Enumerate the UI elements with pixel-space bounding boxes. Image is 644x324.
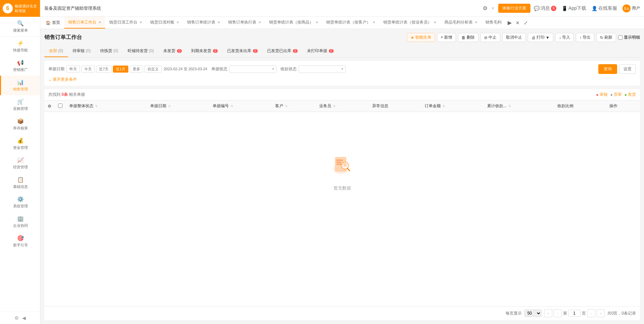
col-number[interactable]: 单据编号 ⇅ bbox=[209, 100, 272, 112]
review-action[interactable]: ● 审核 bbox=[596, 92, 607, 97]
sidebar-item-guide[interactable]: 🎯 新手引导 bbox=[0, 232, 40, 251]
collapse-icon[interactable]: ◀ bbox=[22, 315, 26, 321]
header-actions: 💬 消息 6 📱 App下载 👤 在线客服 Ea 用户 bbox=[534, 4, 640, 12]
refresh-button[interactable]: ↻ 刷新 bbox=[596, 33, 616, 42]
query-button[interactable]: 查询 bbox=[598, 64, 617, 74]
tab-nav-forward[interactable]: ▶ bbox=[506, 19, 514, 26]
user-area[interactable]: Ea 用户 bbox=[622, 4, 640, 12]
table-scroll[interactable]: ⚙ 单据整体状态 ⇅ 单据日期 ⇅ bbox=[44, 100, 640, 306]
sub-tab-overdue[interactable]: 到期未发货 0 bbox=[186, 45, 222, 57]
tab-cash-reconcile[interactable]: 钱货日清对账 ✕ bbox=[146, 17, 183, 29]
tab-close-sales-exec[interactable]: ✕ bbox=[258, 21, 261, 24]
status-select[interactable] bbox=[229, 66, 276, 73]
tab-sales-product[interactable]: 销货单统计表（按商品） ✕ bbox=[265, 17, 322, 29]
ship-action[interactable]: ● 发货 bbox=[625, 92, 636, 97]
col-customer[interactable]: 客户 ⇅ bbox=[272, 100, 316, 112]
tab-close-sales-product[interactable]: ✕ bbox=[315, 21, 318, 24]
sub-tab-not-printed[interactable]: 未打印单据 0 bbox=[302, 45, 338, 57]
col-date[interactable]: 单据日期 ⇅ bbox=[147, 100, 209, 112]
tab-close-cash-clear[interactable]: ✕ bbox=[139, 21, 142, 24]
show-detail-checkbox[interactable]: 显示明细 bbox=[618, 35, 640, 40]
cancel-stop-button[interactable]: 取消中止 bbox=[502, 33, 526, 42]
settings-bottom-icon[interactable]: ⚙ bbox=[14, 315, 19, 321]
tab-close-cash-reconcile[interactable]: ✕ bbox=[176, 21, 179, 24]
stop-button[interactable]: ⊘ 中止 bbox=[480, 33, 500, 42]
tab-close-sales-staff[interactable]: ✕ bbox=[434, 21, 436, 24]
sub-tab-wangpu[interactable]: 旺铺待发货 (0) bbox=[123, 45, 159, 57]
sidebar-item-system[interactable]: ⚙️ 系统管理 bbox=[0, 193, 40, 212]
sub-tab-shipped-out[interactable]: 已发货已出库 0 bbox=[262, 45, 302, 57]
sidebar-item-purchase[interactable]: 🛒 采购管理 bbox=[0, 95, 40, 115]
col-staff[interactable]: 业务员 ⇅ bbox=[316, 100, 369, 112]
tab-close-margin-analysis[interactable]: ✕ bbox=[475, 21, 477, 24]
col-status[interactable]: 单据整体状态 ⇅ bbox=[66, 100, 147, 112]
header-gear-icon[interactable]: ⚙ bbox=[483, 5, 487, 11]
sub-tab-all[interactable]: 全部 (0) bbox=[44, 45, 68, 57]
tab-home[interactable]: 🏠 首页 bbox=[42, 17, 64, 28]
sidebar-item-enterprise[interactable]: 🏢 企业协同 bbox=[0, 212, 40, 232]
tab-maximize[interactable]: ⤢ bbox=[522, 20, 530, 26]
tab-cash-clear[interactable]: 钱货日清工作台 ✕ bbox=[105, 17, 146, 29]
export-button[interactable]: ↑ 导出 bbox=[576, 33, 594, 42]
select-all-checkbox[interactable] bbox=[58, 104, 62, 108]
sidebar-item-operations[interactable]: 📈 经营管理 bbox=[0, 154, 40, 173]
print-button[interactable]: 🖨 打印 ▼ bbox=[528, 33, 553, 42]
date-btn-custom[interactable]: 自定义 bbox=[144, 66, 162, 73]
filter-area: 单据日期 昨天 今天 近7天 近1月 更多 自定义 2023-02-24 至 2… bbox=[44, 61, 640, 86]
sidebar-item-finance[interactable]: 💰 资金管理 bbox=[0, 134, 40, 154]
date-btn-1month[interactable]: 近1月 bbox=[113, 66, 128, 73]
col-settings[interactable]: ⚙ bbox=[44, 100, 55, 112]
sidebar-item-label: 采购管理 bbox=[13, 106, 28, 111]
date-btn-today[interactable]: 今天 bbox=[81, 66, 95, 73]
tab-sales-stat[interactable]: 销售订单统计表 ✕ bbox=[183, 17, 224, 29]
first-page-button[interactable]: « bbox=[544, 309, 552, 317]
sub-tab-pending-pick[interactable]: 待拣货 (0) bbox=[95, 45, 123, 57]
tab-sales-gross[interactable]: 销售毛利 bbox=[481, 17, 506, 29]
sidebar-item-marketing[interactable]: 📢 营销推广 bbox=[0, 56, 40, 76]
date-btn-more[interactable]: 更多 bbox=[130, 66, 143, 73]
cancel-review-action[interactable]: ● 弃审 bbox=[610, 92, 622, 97]
add-button[interactable]: + 新增 bbox=[437, 33, 456, 42]
last-page-button[interactable]: » bbox=[597, 309, 605, 317]
sub-tab-not-shipped[interactable]: 未发货 0 bbox=[159, 45, 186, 57]
date-btn-yesterday[interactable]: 昨天 bbox=[67, 66, 80, 73]
col-amount[interactable]: 订单金额 ⇅ bbox=[421, 100, 484, 112]
prev-page-button[interactable]: ‹ bbox=[554, 309, 562, 317]
set-button[interactable]: 设置 bbox=[619, 64, 636, 74]
tab-close-sales-order[interactable]: ✕ bbox=[98, 21, 101, 24]
sidebar-item-search[interactable]: 🔍 搜索菜单 bbox=[0, 17, 40, 37]
sidebar-item-inventory[interactable]: 📦 库存核算 bbox=[0, 115, 40, 134]
tab-close-sales-customer[interactable]: ✕ bbox=[373, 21, 375, 24]
smart-create-button[interactable]: ★ 智能生单 bbox=[407, 33, 435, 42]
message-icon: 💬 bbox=[534, 6, 540, 11]
app-download-area[interactable]: 📱 App下载 bbox=[562, 5, 586, 11]
industry-solution-button[interactable]: 体验行业方案 bbox=[498, 4, 530, 13]
online-service-area[interactable]: 👤 在线客服 bbox=[592, 5, 617, 11]
next-page-button[interactable]: › bbox=[587, 309, 595, 317]
sort-date-icon: ⇅ bbox=[168, 104, 171, 108]
tab-sales-order[interactable]: 销售订单工作台 ✕ bbox=[64, 17, 105, 29]
col-collected[interactable]: 累计收款... ⇅ bbox=[484, 100, 554, 112]
import-button[interactable]: ↓ 导入 bbox=[555, 33, 574, 42]
sidebar-item-basic-info[interactable]: 📋 基础信息 bbox=[0, 173, 40, 193]
tab-bar: 🏠 首页 销售订单工作台 ✕ 钱货日清工作台 ✕ 钱货日清对账 ✕ 销售订单统计… bbox=[40, 17, 644, 29]
message-area[interactable]: 💬 消息 6 bbox=[534, 5, 556, 11]
current-page-input[interactable] bbox=[568, 310, 581, 317]
tab-close-all[interactable]: ✕ bbox=[514, 20, 522, 26]
tab-sales-staff[interactable]: 销货单统计表（按业务员） ✕ bbox=[379, 17, 440, 29]
tab-close-sales-stat[interactable]: ✕ bbox=[217, 21, 220, 24]
tab-sales-customer[interactable]: 销货单统计表（按客户） ✕ bbox=[322, 17, 379, 29]
sub-tab-pending-review[interactable]: 待审核 (0) bbox=[68, 45, 95, 57]
table-wrapper: 共找到 0条 相关单据 ● 审核 ● 弃审 bbox=[44, 89, 640, 320]
tab-margin-analysis[interactable]: 商品毛利分析表 ✕ bbox=[440, 17, 481, 29]
sub-tab-shipped-not-out[interactable]: 已发货未出库 0 bbox=[222, 45, 262, 57]
detail-checkbox-input[interactable] bbox=[618, 35, 622, 40]
delete-button[interactable]: 🗑 删除 bbox=[458, 33, 478, 42]
per-page-select[interactable]: 50 100 200 bbox=[524, 310, 542, 317]
sidebar-item-quick-nav[interactable]: ⚡ 快捷导航 bbox=[0, 37, 40, 56]
sidebar-item-sales[interactable]: 📊 销售管理 bbox=[0, 76, 40, 95]
expand-button[interactable]: ⌄ 展开更多条件 bbox=[48, 77, 636, 82]
payment-select[interactable] bbox=[299, 66, 346, 73]
tab-sales-exec[interactable]: 销售订单执行表 ✕ bbox=[224, 17, 265, 29]
date-btn-7days[interactable]: 近7天 bbox=[96, 66, 112, 73]
